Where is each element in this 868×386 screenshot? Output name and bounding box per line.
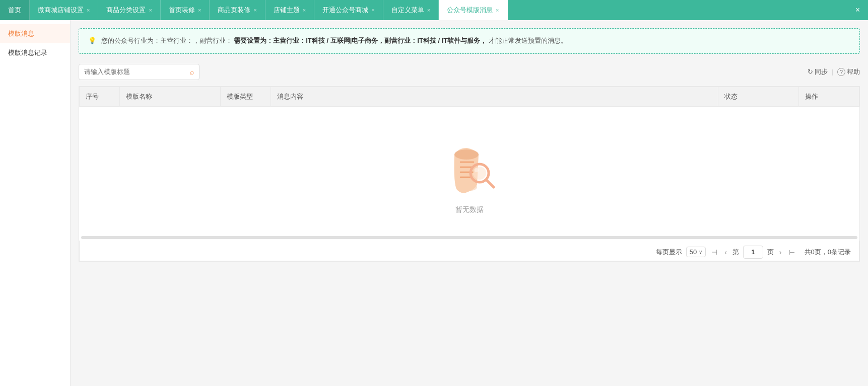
page-size-value: 50	[690, 248, 697, 256]
help-icon: ?	[837, 68, 845, 76]
notice-highlight: 需要设置为：主营行业：IT科技 / 互联网|电子商务，副营行业：IT科技 / I…	[234, 37, 487, 44]
tab-open-mall[interactable]: 开通公众号商城 ×	[314, 0, 383, 20]
sync-button[interactable]: ↻ 同步	[808, 67, 828, 76]
pagination: 每页显示 50 ∨ ⊣ ‹ 第 页 › ⊢ 共0页，0条记录	[79, 241, 859, 261]
search-bar: ⌕ ↻ 同步 | ? 帮助	[79, 64, 860, 80]
tab-product-decor-close[interactable]: ×	[253, 7, 256, 13]
table-wrap: 序号 模版名称 模版类型 消息内容 状态 操作	[79, 86, 860, 262]
help-button[interactable]: ? 帮助	[837, 67, 860, 76]
col-header-status: 状态	[718, 87, 799, 106]
page-size-select[interactable]: 50 ∨	[686, 247, 706, 257]
tab-shop-settings-close[interactable]: ×	[87, 7, 90, 13]
tab-product-decor-label: 商品页装修	[218, 6, 250, 15]
content-area: 💡 您的公众号行业为：主营行业：，副营行业： 需要设置为：主营行业：IT科技 /…	[71, 20, 868, 386]
svg-point-7	[473, 167, 486, 180]
tab-shop-theme-close[interactable]: ×	[303, 7, 306, 13]
scrollbar-track[interactable]	[81, 236, 857, 239]
tab-shop-settings-label: 微商城店铺设置	[38, 6, 84, 15]
page-size-label: 每页显示	[656, 248, 682, 257]
search-icon[interactable]: ⌕	[190, 68, 194, 76]
search-input-wrap: ⌕	[79, 64, 199, 80]
nav-last[interactable]: ⊢	[787, 248, 796, 256]
empty-text: 暂无数据	[455, 205, 484, 214]
sidebar-item-template-msg-label: 模版消息	[8, 30, 34, 37]
scrollbar-area[interactable]	[79, 235, 859, 241]
nav-prev[interactable]: ‹	[723, 248, 728, 256]
notice-prefix: 您的公众号行业为：主营行业：，副营行业：	[101, 37, 232, 44]
close-all-icon: ×	[855, 6, 860, 15]
tab-product-decor[interactable]: 商品页装修 ×	[210, 0, 265, 20]
toolbar-divider: |	[832, 68, 833, 75]
svg-point-9	[475, 168, 479, 172]
empty-state-row: 暂无数据	[80, 106, 859, 235]
tab-template-msg-close[interactable]: ×	[496, 7, 499, 13]
tab-template-msg[interactable]: 公众号模版消息 ×	[439, 0, 507, 20]
tab-home[interactable]: 首页	[0, 0, 30, 20]
notice-box: 💡 您的公众号行业为：主营行业：，副营行业： 需要设置为：主营行业：IT科技 /…	[79, 28, 860, 54]
table-header-row: 序号 模版名称 模版类型 消息内容 状态 操作	[80, 87, 859, 106]
tab-open-mall-label: 开通公众号商城	[322, 6, 368, 15]
tab-category-settings-label: 商品分类设置	[106, 6, 146, 15]
sidebar: 模版消息 模版消息记录	[0, 20, 71, 386]
sync-label: 同步	[815, 67, 828, 76]
tab-bar: 首页 微商城店铺设置 × 商品分类设置 × 首页装修 × 商品页装修 × 店铺主…	[0, 0, 868, 20]
sidebar-item-template-msg-records-label: 模版消息记录	[8, 49, 47, 56]
col-header-name: 模版名称	[120, 87, 221, 106]
main-layout: 模版消息 模版消息记录 💡 您的公众号行业为：主营行业：，副营行业： 需要设置为…	[0, 20, 868, 386]
search-input[interactable]	[84, 68, 190, 75]
toolbar-right: ↻ 同步 | ? 帮助	[808, 67, 860, 76]
svg-point-1	[454, 149, 479, 160]
tab-open-mall-close[interactable]: ×	[371, 7, 374, 13]
tab-shop-theme[interactable]: 店铺主题 ×	[265, 0, 314, 20]
empty-illustration	[439, 137, 500, 197]
total-info: 共0页，0条记录	[805, 248, 851, 257]
col-header-index: 序号	[80, 87, 120, 106]
tab-custom-menu-close[interactable]: ×	[427, 7, 430, 13]
tab-homepage-decor-close[interactable]: ×	[198, 7, 201, 13]
svg-line-8	[486, 180, 494, 187]
nav-next[interactable]: ›	[778, 248, 783, 256]
empty-state: 暂无数据	[80, 107, 859, 235]
tab-shop-theme-label: 店铺主题	[274, 6, 300, 15]
col-header-type: 模版类型	[221, 87, 271, 106]
tab-shop-settings[interactable]: 微商城店铺设置 ×	[30, 0, 98, 20]
tab-template-msg-label: 公众号模版消息	[447, 6, 493, 15]
notice-icon: 💡	[88, 37, 96, 44]
page-input[interactable]	[743, 246, 763, 259]
data-table: 序号 模版名称 模版类型 消息内容 状态 操作	[79, 87, 859, 235]
tab-custom-menu-label: 自定义菜单	[391, 6, 424, 15]
col-header-content: 消息内容	[271, 87, 718, 106]
close-all-button[interactable]: ×	[847, 6, 868, 15]
sidebar-item-template-msg-records[interactable]: 模版消息记录	[0, 43, 70, 62]
tab-custom-menu[interactable]: 自定义菜单 ×	[383, 0, 439, 20]
sync-icon: ↻	[808, 68, 813, 75]
tab-category-settings[interactable]: 商品分类设置 ×	[98, 0, 160, 20]
nav-first[interactable]: ⊣	[710, 248, 719, 256]
page-unit: 页	[767, 248, 774, 257]
col-header-action: 操作	[799, 87, 859, 106]
notice-suffix: 才能正常发送预置的消息。	[489, 37, 567, 44]
page-label: 第	[732, 248, 739, 257]
help-label: 帮助	[847, 67, 860, 76]
page-size-chevron: ∨	[699, 249, 702, 255]
tab-homepage-decor[interactable]: 首页装修 ×	[161, 0, 210, 20]
tab-category-settings-close[interactable]: ×	[149, 7, 152, 13]
sidebar-item-template-msg[interactable]: 模版消息	[0, 24, 70, 43]
tab-homepage-decor-label: 首页装修	[169, 6, 195, 15]
tab-home-label: 首页	[8, 6, 21, 15]
